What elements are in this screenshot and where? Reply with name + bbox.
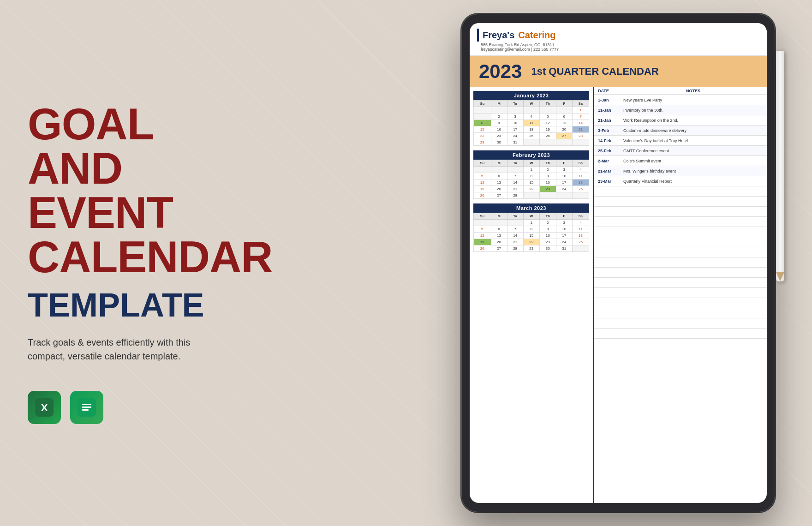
note-row: 21-MarMrs. Winger's birthday event — [594, 166, 767, 176]
svg-rect-5 — [82, 409, 89, 411]
doc-year: 2023 — [479, 60, 522, 83]
note-empty-row — [594, 217, 767, 227]
note-empty-row — [594, 186, 767, 197]
sheets-icon — [70, 391, 103, 424]
note-empty-row — [594, 329, 767, 339]
calendars-col: January 2023SuMTuWThFSa12345678910111213… — [470, 87, 594, 503]
title-line4: CALENDAR — [28, 232, 273, 281]
description: Track goals & events efficiently with th… — [28, 335, 221, 363]
tablet-frame: Freya's Catering 885 Roaring Fork Rd Asp… — [461, 14, 775, 512]
note-empty-row — [594, 257, 767, 268]
doc-body: January 2023SuMTuWThFSa12345678910111213… — [470, 87, 767, 503]
svg-rect-4 — [82, 406, 91, 408]
note-row: 2-MarCole's Summit event — [594, 156, 767, 166]
note-empty-row — [594, 308, 767, 318]
note-empty-row — [594, 207, 767, 217]
notes-entries: 1-JanNew years Eve Party11-JanInventory … — [594, 95, 767, 339]
doc-title-bar: 2023 1st QUARTER CALENDAR — [470, 56, 767, 87]
company-accent — [477, 29, 479, 42]
note-row: 21-JanWork Resumption on the 2nd. — [594, 115, 767, 126]
title-line2: AND — [28, 143, 122, 193]
calendar-block: March 2023SuMTuWThFSa1234567891011121314… — [473, 203, 589, 252]
main-title: GOAL AND EVENT CALENDAR — [28, 102, 268, 279]
svg-rect-3 — [82, 404, 91, 405]
note-empty-row — [594, 197, 767, 207]
doc-quarter: 1st QUARTER CALENDAR — [531, 66, 658, 78]
calendar-block: February 2023SuMTuWThFSa1234567891011121… — [473, 150, 589, 199]
note-row: 11-JanInventory on the 30th. — [594, 105, 767, 115]
title-line3: EVENT — [28, 188, 173, 237]
company-name-freya: Freya's — [483, 30, 514, 41]
pencil — [776, 51, 784, 281]
note-empty-row — [594, 237, 767, 247]
note-row: 1-JanNew years Eve Party — [594, 95, 767, 105]
note-empty-row — [594, 318, 767, 329]
note-row: 14-FebValentine's Day buffet at Troy Hot… — [594, 136, 767, 146]
note-row: 23-MarQuarterly Financial Report — [594, 176, 767, 186]
doc-header: Freya's Catering 885 Roaring Fork Rd Asp… — [470, 23, 767, 56]
note-row: 25-FebGMTT Conference event — [594, 146, 767, 156]
sub-title: TEMPLATE — [28, 288, 268, 322]
company-name-catering: Catering — [518, 30, 555, 41]
company-name-row: Freya's Catering — [477, 29, 759, 42]
company-contact: freyascatering@email.com | 222 555 7777 — [481, 47, 759, 52]
tablet-screen: Freya's Catering 885 Roaring Fork Rd Asp… — [470, 23, 767, 503]
svg-text:X: X — [41, 402, 48, 413]
tablet-container: Freya's Catering 885 Roaring Fork Rd Asp… — [461, 14, 775, 512]
title-line1: GOAL — [28, 99, 154, 149]
excel-icon: X — [28, 391, 61, 424]
note-row: 3-FebCustom-made dinnerware delivery — [594, 126, 767, 136]
note-empty-row — [594, 298, 767, 308]
calendar-block: January 2023SuMTuWThFSa12345678910111213… — [473, 91, 589, 146]
note-empty-row — [594, 227, 767, 237]
note-empty-row — [594, 247, 767, 257]
app-icons: X — [28, 391, 268, 424]
notes-notes-header: NOTES — [623, 89, 763, 93]
notes-date-header: DATE — [598, 89, 623, 93]
note-empty-row — [594, 288, 767, 298]
left-panel: GOAL AND EVENT CALENDAR TEMPLATE Track g… — [28, 0, 268, 526]
notes-col: DATE NOTES 1-JanNew years Eve Party11-Ja… — [594, 87, 767, 503]
note-empty-row — [594, 268, 767, 278]
notes-header-row: DATE NOTES — [594, 87, 767, 95]
note-empty-row — [594, 278, 767, 288]
company-address: 885 Roaring Fork Rd Aspen, CO, 81611 — [481, 42, 759, 47]
